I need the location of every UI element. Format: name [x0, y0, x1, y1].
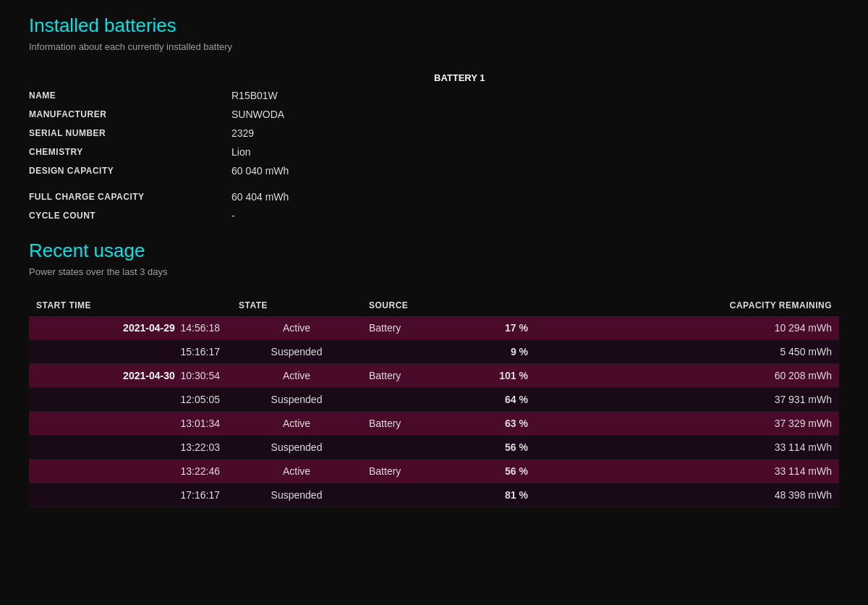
battery-field-label: MANUFACTURER — [29, 105, 231, 124]
row-time: 14:56:18 — [181, 322, 221, 334]
row-date: 2021-04-29 — [123, 322, 175, 334]
row-state: Active — [231, 412, 362, 436]
row-start-time: 13:22:03 — [29, 436, 231, 460]
row-source — [362, 340, 448, 364]
row-start-time: 2021-04-30 10:30:54 — [29, 364, 231, 388]
battery-field-row: MANUFACTURER SUNWODA — [29, 105, 839, 124]
row-percent: 17 % — [448, 316, 535, 340]
battery-field-label: SERIAL NUMBER — [29, 124, 231, 143]
usage-table-row: 2021-04-29 14:56:18 Active Battery 17 % … — [29, 316, 839, 340]
usage-table-row: 12:05:05 Suspended 64 % 37 931 mWh — [29, 388, 839, 412]
battery-field-row: CYCLE COUNT - — [29, 206, 839, 225]
row-mwh: 10 294 mWh — [535, 316, 839, 340]
battery-field-row: SERIAL NUMBER 2329 — [29, 124, 839, 143]
battery-field-value: 60 040 mWh — [231, 161, 839, 180]
row-source: Battery — [362, 412, 448, 436]
usage-table-row: 13:22:46 Active Battery 56 % 33 114 mWh — [29, 460, 839, 483]
battery-field-value: 2329 — [231, 124, 839, 143]
row-time: 13:22:03 — [181, 441, 221, 453]
battery-field-row: FULL CHARGE CAPACITY 60 404 mWh — [29, 187, 839, 206]
battery-field-label: FULL CHARGE CAPACITY — [29, 187, 231, 206]
row-time: 13:01:34 — [181, 418, 221, 429]
recent-usage-subtitle: Power states over the last 3 days — [29, 266, 839, 277]
usage-table-row: 13:01:34 Active Battery 63 % 37 329 mWh — [29, 412, 839, 436]
row-start-time: 15:16:17 — [29, 340, 231, 364]
row-source — [362, 436, 448, 460]
row-state: Suspended — [231, 483, 362, 507]
row-state: Active — [231, 316, 362, 340]
row-percent: 81 % — [448, 483, 535, 507]
row-mwh: 37 329 mWh — [535, 412, 839, 436]
row-percent: 101 % — [448, 364, 535, 388]
recent-usage-title: Recent usage — [29, 240, 839, 262]
row-time: 15:16:17 — [181, 346, 221, 358]
col-header-start-time: START TIME — [29, 295, 231, 316]
row-mwh: 33 114 mWh — [535, 460, 839, 483]
row-percent: 64 % — [448, 388, 535, 412]
battery-info-table: BATTERY 1 NAME R15B01W MANUFACTURER SUNW… — [29, 69, 839, 225]
row-start-time: 13:01:34 — [29, 412, 231, 436]
row-source — [362, 483, 448, 507]
row-source: Battery — [362, 316, 448, 340]
row-start-time: 2021-04-29 14:56:18 — [29, 316, 231, 340]
usage-table: START TIME STATE SOURCE CAPACITY REMAINI… — [29, 295, 839, 507]
row-state: Active — [231, 364, 362, 388]
battery-field-label: NAME — [29, 86, 231, 105]
row-state: Suspended — [231, 340, 362, 364]
battery-field-row: NAME R15B01W — [29, 86, 839, 105]
row-percent: 56 % — [448, 436, 535, 460]
row-state: Active — [231, 460, 362, 483]
battery-table-separator — [29, 180, 839, 187]
row-start-time: 13:22:46 — [29, 460, 231, 483]
col-header-source: SOURCE — [362, 295, 448, 316]
col-header-capacity: CAPACITY REMAINING — [448, 295, 839, 316]
row-time: 10:30:54 — [181, 370, 221, 381]
col-header-state: STATE — [231, 295, 362, 316]
row-time: 13:22:46 — [181, 465, 221, 477]
row-source: Battery — [362, 460, 448, 483]
battery-field-value: SUNWODA — [231, 105, 839, 124]
usage-table-row: 13:22:03 Suspended 56 % 33 114 mWh — [29, 436, 839, 460]
battery-field-label: CHEMISTRY — [29, 143, 231, 161]
battery-field-label: DESIGN CAPACITY — [29, 161, 231, 180]
battery-field-row: DESIGN CAPACITY 60 040 mWh — [29, 161, 839, 180]
battery-column-header: BATTERY 1 — [231, 69, 839, 86]
row-mwh: 37 931 mWh — [535, 388, 839, 412]
battery-field-label: CYCLE COUNT — [29, 206, 231, 225]
row-percent: 63 % — [448, 412, 535, 436]
row-time: 12:05:05 — [181, 394, 221, 405]
usage-table-row: 15:16:17 Suspended 9 % 5 450 mWh — [29, 340, 839, 364]
row-percent: 9 % — [448, 340, 535, 364]
row-date: 2021-04-30 — [123, 370, 175, 381]
installed-batteries-section: Installed batteries Information about ea… — [29, 14, 839, 225]
row-percent: 56 % — [448, 460, 535, 483]
recent-usage-section: Recent usage Power states over the last … — [29, 240, 839, 507]
battery-field-value: R15B01W — [231, 86, 839, 105]
row-state: Suspended — [231, 436, 362, 460]
row-time: 17:16:17 — [181, 489, 221, 501]
row-start-time: 12:05:05 — [29, 388, 231, 412]
row-source: Battery — [362, 364, 448, 388]
battery-field-row: CHEMISTRY Lion — [29, 143, 839, 161]
row-mwh: 33 114 mWh — [535, 436, 839, 460]
battery-field-value: Lion — [231, 143, 839, 161]
row-source — [362, 388, 448, 412]
row-state: Suspended — [231, 388, 362, 412]
usage-table-header: START TIME STATE SOURCE CAPACITY REMAINI… — [29, 295, 839, 316]
usage-table-row: 2021-04-30 10:30:54 Active Battery 101 %… — [29, 364, 839, 388]
installed-batteries-subtitle: Information about each currently install… — [29, 41, 839, 52]
row-mwh: 5 450 mWh — [535, 340, 839, 364]
row-mwh: 60 208 mWh — [535, 364, 839, 388]
battery-field-value: - — [231, 206, 839, 225]
row-start-time: 17:16:17 — [29, 483, 231, 507]
usage-table-row: 17:16:17 Suspended 81 % 48 398 mWh — [29, 483, 839, 507]
battery-field-value: 60 404 mWh — [231, 187, 839, 206]
row-mwh: 48 398 mWh — [535, 483, 839, 507]
installed-batteries-title: Installed batteries — [29, 14, 839, 37]
